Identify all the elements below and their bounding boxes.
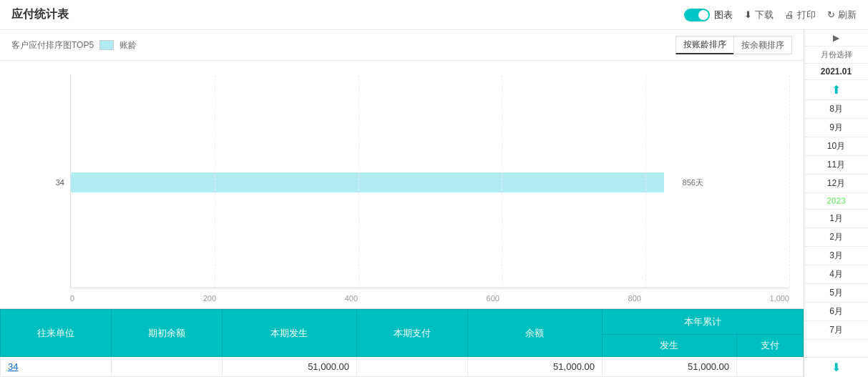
x-axis-200: 200 bbox=[203, 294, 216, 303]
cell-opening bbox=[111, 357, 222, 377]
col-header-balance: 余额 bbox=[467, 310, 602, 357]
header-actions: 图表 ⬇ 下载 🖨 打印 ↻ 刷新 bbox=[684, 9, 857, 21]
chart-legend: 客户应付排序图TOP5 账龄 bbox=[11, 39, 137, 52]
print-icon: 🖨 bbox=[785, 9, 794, 20]
grid-line-5 bbox=[789, 75, 790, 288]
sidebar-month-11[interactable]: 11月 bbox=[804, 156, 868, 175]
right-sidebar: ▶ 月份选择 2021.01 ⬆ 8月 9月 10月 11月 12月 2023 … bbox=[804, 30, 868, 377]
col-header-unit: 往来单位 bbox=[1, 310, 112, 357]
x-axis-0: 0 bbox=[70, 294, 74, 303]
x-axis-1000: 1,000 bbox=[769, 294, 789, 303]
grid-line-1 bbox=[215, 75, 215, 288]
sort-by-balance-button[interactable]: 按余额排序 bbox=[733, 36, 792, 54]
col-sub-header-occur: 发生 bbox=[602, 335, 736, 357]
table-header-row: 往来单位 期初余额 本期发生 本期支付 余额 本年累计 bbox=[1, 310, 804, 335]
sidebar-month-4[interactable]: 4月 bbox=[804, 265, 868, 284]
sidebar-month-2[interactable]: 2月 bbox=[804, 228, 868, 247]
col-header-ytd: 本年累计 bbox=[602, 310, 803, 335]
cell-unit: 34 bbox=[1, 357, 112, 377]
x-axis-400: 400 bbox=[345, 294, 358, 303]
chart-toggle[interactable] bbox=[684, 9, 710, 21]
cell-current-occur: 51,000.00 bbox=[222, 357, 356, 377]
x-axis-600: 600 bbox=[487, 294, 499, 303]
chart-grid bbox=[70, 75, 789, 288]
cell-current-pay bbox=[356, 357, 467, 377]
sidebar-year: 2021.01 bbox=[804, 64, 868, 80]
grid-line-2 bbox=[359, 75, 359, 288]
col-header-opening: 期初余额 bbox=[111, 310, 222, 357]
chart-toolbar: 客户应付排序图TOP5 账龄 按账龄排序 按余额排序 bbox=[0, 30, 804, 61]
print-button[interactable]: 🖨 打印 bbox=[785, 9, 816, 21]
cell-ytd-occur: 51,000.00 bbox=[602, 357, 736, 377]
page-title: 应付统计表 bbox=[11, 7, 69, 22]
sidebar-up-button[interactable]: ⬆ bbox=[804, 80, 868, 100]
legend-box-label: 账龄 bbox=[120, 39, 137, 52]
x-axis: 0 200 400 600 800 1,000 bbox=[70, 294, 789, 303]
sidebar-month-6[interactable]: 6月 bbox=[804, 303, 868, 321]
sort-by-amount-button[interactable]: 按账龄排序 bbox=[676, 36, 733, 54]
sidebar-down-button[interactable]: ⬇ bbox=[804, 357, 868, 377]
refresh-icon: ↻ bbox=[827, 9, 835, 20]
chart-toggle-group: 图表 bbox=[684, 9, 733, 21]
unit-link[interactable]: 34 bbox=[8, 361, 18, 372]
sidebar-month-12[interactable]: 12月 bbox=[804, 175, 868, 193]
sidebar-month-1[interactable]: 1月 bbox=[804, 210, 868, 228]
data-table: 往来单位 期初余额 本期发生 本期支付 余额 本年累计 发生 支付 bbox=[0, 309, 804, 377]
cell-balance: 51,000.00 bbox=[467, 357, 602, 377]
chart-area: 34 856天 0 200 400 600 800 1,0 bbox=[0, 61, 804, 308]
grid-line-4 bbox=[645, 75, 646, 288]
sidebar-month-9[interactable]: 9月 bbox=[804, 119, 868, 137]
col-header-current-pay: 本期支付 bbox=[356, 310, 467, 357]
sidebar-month-10[interactable]: 10月 bbox=[804, 137, 868, 156]
sidebar-month-3[interactable]: 3月 bbox=[804, 247, 868, 265]
bar-label: 34 bbox=[43, 178, 64, 187]
download-icon: ⬇ bbox=[744, 9, 752, 20]
sidebar-title: 月份选择 bbox=[804, 46, 868, 64]
print-label: 打印 bbox=[797, 9, 816, 21]
download-button[interactable]: ⬇ 下载 bbox=[744, 9, 774, 21]
sort-buttons: 按账龄排序 按余额排序 bbox=[676, 36, 792, 54]
sidebar-month-7[interactable]: 7月 bbox=[804, 321, 868, 340]
table-row: 34 51,000.00 51,000.00 51,000.00 bbox=[1, 357, 804, 377]
table-section: 往来单位 期初余额 本期发生 本期支付 余额 本年累计 发生 支付 bbox=[0, 308, 804, 377]
cell-ytd-pay bbox=[736, 357, 803, 377]
legend-box bbox=[99, 40, 114, 50]
sidebar-expand-button[interactable]: ▶ bbox=[804, 30, 868, 46]
col-sub-header-pay: 支付 bbox=[736, 335, 803, 357]
legend-text: 客户应付排序图TOP5 bbox=[11, 39, 94, 52]
sidebar-month-8[interactable]: 8月 bbox=[804, 100, 868, 119]
download-label: 下载 bbox=[755, 9, 774, 21]
sidebar-month-5[interactable]: 5月 bbox=[804, 284, 868, 303]
x-axis-800: 800 bbox=[628, 294, 641, 303]
refresh-button[interactable]: ↻ 刷新 bbox=[827, 9, 857, 21]
refresh-label: 刷新 bbox=[838, 9, 857, 21]
col-header-current-occur: 本期发生 bbox=[222, 310, 356, 357]
chart-label: 图表 bbox=[714, 9, 733, 21]
sidebar-year-2023: 2023 bbox=[804, 193, 868, 210]
grid-line-3 bbox=[502, 75, 502, 288]
